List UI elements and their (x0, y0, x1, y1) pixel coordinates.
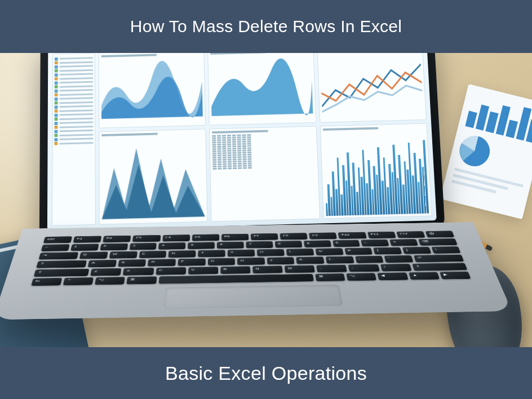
keyboard-key: ⌘ (315, 273, 345, 281)
keyboard-key: 7 (246, 241, 273, 249)
keyboard-key: P (344, 247, 373, 255)
laptop: • • • • • escF1F2F3F4F5F6F7F8F9F10F11F12… (28, 53, 462, 347)
keyboard-key: K (296, 256, 325, 264)
keyboard-key: F4 (162, 234, 190, 241)
dense-bar-chart-icon (323, 130, 429, 216)
keyboard-key: 6 (217, 242, 244, 249)
keyboard-key: ; (355, 256, 384, 263)
keyboard-key: ▲ (409, 272, 440, 280)
keyboard-key: N (252, 265, 283, 273)
keyboard-key: ⏻ (425, 230, 454, 237)
keyboard-key: ⇥ (39, 252, 79, 259)
keyboard-key: F11 (367, 232, 396, 238)
laptop-keyboard: escF1F2F3F4F5F6F7F8F9F10F11F12⏻~12345678… (31, 230, 471, 286)
keyboard-key: J (267, 257, 295, 264)
keyboard-key: D (148, 259, 176, 266)
sidebar-item (55, 76, 93, 80)
keyboard-key: F3 (132, 235, 161, 242)
keyboard-key: F10 (338, 232, 366, 239)
keyboard-key: 1 (70, 243, 99, 251)
keyboard-key: U (257, 249, 285, 256)
keyboard-key: M (285, 265, 315, 273)
keyboard-key: ⌘ (127, 276, 157, 284)
keyboard-key: Y (228, 250, 255, 257)
keyboard-key: R (169, 250, 196, 258)
laptop-trackpad (163, 285, 343, 309)
keyboard-key: V (188, 267, 218, 274)
keyboard-key: ⇧ (34, 269, 90, 277)
panel-title-placeholder (322, 127, 378, 130)
sidebar-item (54, 141, 93, 145)
area-chart-icon (101, 56, 203, 126)
sidebar-item (55, 72, 93, 76)
keyboard-key: \ (431, 246, 460, 254)
keyboard-key: F2 (103, 236, 131, 242)
keyboard-key: fn (31, 278, 62, 286)
keyboard-key: F (178, 259, 205, 266)
area-chart-icon (211, 54, 314, 123)
panel-line-chart (317, 53, 427, 123)
sidebar-item (55, 56, 93, 60)
keyboard-key: . (348, 264, 379, 272)
keyboard-key: F12 (396, 231, 425, 238)
footer-bar: Basic Excel Operations (0, 347, 532, 399)
keyboard-key: ⇧ (412, 263, 467, 271)
keyboard-key: G (207, 258, 235, 265)
panel-data-table (209, 126, 320, 221)
data-table-icon (212, 132, 316, 170)
keyboard-key: A (88, 260, 117, 267)
keyboard-key: ◀ (378, 272, 409, 280)
header-title: How To Mass Delete Rows In Excel (130, 17, 402, 36)
panel-title-placeholder (212, 130, 268, 133)
sidebar-item (55, 80, 93, 84)
keyboard-key: esc (43, 236, 73, 243)
hero-illustration: • • • • • escF1F2F3F4F5F6F7F8F9F10F11F12… (0, 53, 532, 347)
laptop-screen-assembly: • • • • • (39, 53, 445, 238)
panel-peaks-chart (99, 128, 208, 224)
panel-title-placeholder (101, 132, 157, 136)
header-bar: How To Mass Delete Rows In Excel (0, 0, 532, 53)
keyboard-key: 9 (304, 240, 331, 247)
sidebar-item (54, 133, 93, 138)
keyboard-key: [ (374, 247, 402, 255)
keyboard-key: L (326, 256, 354, 264)
sidebar-item (55, 96, 94, 100)
sidebar-item (55, 117, 94, 121)
sidebar-item (55, 121, 94, 125)
sidebar-item (55, 108, 94, 113)
keyboard-key (158, 274, 314, 284)
keyboard-key: ' (384, 255, 414, 263)
keyboard-key: ▶ (440, 272, 471, 280)
keyboard-key: = (389, 239, 418, 246)
keyboard-key: H (237, 258, 265, 265)
keyboard-key: - (361, 240, 389, 246)
keyboard-key: F5 (192, 234, 219, 241)
keyboard-key: 8 (275, 241, 303, 248)
dashboard-sidebar (52, 53, 96, 226)
keyboard-key: 0 (333, 240, 361, 247)
laptop-bezel: • • • • • (39, 53, 445, 238)
keyboard-key: S (118, 259, 146, 267)
keyboard-key: ⏎ (414, 255, 464, 263)
sidebar-item (55, 60, 93, 64)
keyboard-key: 5 (188, 242, 215, 249)
keyboard-key: T (198, 250, 225, 257)
keyboard-key: E (139, 251, 166, 258)
keyboard-key: O (315, 248, 343, 255)
mountain-chart-icon (101, 135, 205, 222)
keyboard-key: / (380, 264, 411, 272)
footer-title: Basic Excel Operations (165, 362, 367, 384)
sidebar-item (55, 92, 94, 96)
dashboard-screen (47, 53, 437, 230)
line-chart-icon (320, 53, 424, 120)
keyboard-key: C (156, 267, 186, 275)
keyboard-key: Q (79, 252, 108, 259)
keyboard-key: W (109, 251, 137, 259)
keyboard-key: F8 (280, 233, 308, 240)
panel-title-placeholder (101, 54, 157, 57)
sidebar-item (55, 100, 94, 104)
keyboard-key: ⌥ (347, 273, 377, 281)
keyboard-key: 2 (100, 243, 128, 251)
keyboard-key: ] (402, 247, 431, 254)
keyboard-key: F9 (309, 232, 337, 239)
